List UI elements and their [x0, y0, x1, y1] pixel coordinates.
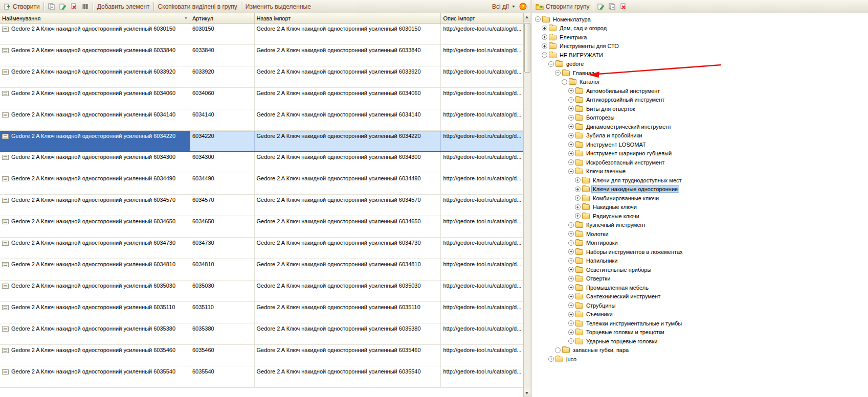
cell-name[interactable]: Gedore 2 A Ключ накидной односторонний у… — [0, 109, 190, 130]
cell-import-desc[interactable]: http://gedore-tool.ru/catalog/d... — [441, 173, 523, 194]
tree-item[interactable]: Отвертки — [532, 274, 868, 284]
tree-item[interactable]: Сантехнический инструмент — [532, 292, 868, 301]
table-row[interactable]: Gedore 2 A Ключ накидной односторонний у… — [0, 366, 523, 388]
cell-article[interactable]: 6034300 — [190, 152, 255, 173]
expand-icon[interactable] — [568, 88, 574, 94]
cell-article[interactable]: 6034220 — [190, 131, 255, 151]
table-row[interactable]: Gedore 2 A Ключ накидной односторонний у… — [0, 302, 523, 323]
cell-name[interactable]: Gedore 2 A Ключ накидной односторонний у… — [0, 281, 190, 301]
column-header[interactable]: Назва імпорт — [255, 13, 441, 23]
tree-item[interactable]: Ключи для труднодоступных мест — [532, 176, 868, 185]
cell-name[interactable]: Gedore 2 A Ключ накидной односторонний у… — [0, 216, 190, 237]
scroll-down-button[interactable] — [524, 389, 530, 397]
tree-item[interactable]: Напильники — [532, 256, 868, 266]
cell-import-name[interactable]: Gedore 2 A Ключ накидной односторонний у… — [255, 66, 441, 87]
collapse-icon[interactable] — [535, 16, 541, 22]
cell-import-name[interactable]: Gedore 2 A Ключ накидной односторонний у… — [255, 302, 441, 323]
cell-import-desc[interactable]: http://gedore-tool.ru/catalog/d... — [441, 195, 523, 216]
scrollbar-thumb[interactable] — [524, 23, 530, 73]
create-button[interactable]: Створити — [2, 2, 42, 11]
cell-import-desc[interactable]: http://gedore-tool.ru/catalog/d... — [441, 152, 523, 173]
set-interval-button[interactable] — [80, 2, 91, 11]
tree-item[interactable]: Наборы инструментов в ложементах — [532, 247, 868, 256]
cell-name[interactable]: Gedore 2 A Ключ накидной односторонний у… — [0, 24, 190, 44]
tree-item[interactable]: Молотки — [532, 229, 868, 239]
create-group-button[interactable]: Створити групу — [533, 2, 591, 11]
tree-item[interactable]: Болторезы — [532, 113, 868, 123]
collapse-icon[interactable] — [555, 70, 561, 76]
copy-group-button[interactable] — [607, 2, 618, 11]
cell-article[interactable]: 6034730 — [190, 238, 255, 259]
expand-icon[interactable] — [542, 26, 547, 31]
cell-import-desc[interactable]: http://gedore-tool.ru/catalog/d... — [441, 131, 523, 151]
cell-article[interactable]: 6033920 — [190, 66, 255, 87]
table-row[interactable]: Gedore 2 A Ключ накидной односторонний у… — [0, 323, 523, 345]
tree-item[interactable]: Инструмент шарнирно-губцевый — [532, 149, 868, 158]
cell-name[interactable]: Gedore 2 A Ключ накидной односторонний у… — [0, 259, 190, 280]
cell-import-name[interactable]: Gedore 2 A Ключ накидной односторонний у… — [255, 152, 441, 173]
table-row[interactable]: Gedore 2 A Ключ накидной односторонний у… — [0, 66, 523, 88]
tree-item[interactable]: Торцевые головки и трещотки — [532, 328, 868, 337]
cell-name[interactable]: Gedore 2 A Ключ накидной односторонний у… — [0, 302, 190, 323]
cell-article[interactable]: 6034490 — [190, 173, 255, 194]
cell-article[interactable]: 6034650 — [190, 216, 255, 237]
expand-icon[interactable] — [575, 186, 581, 192]
edit-group-button[interactable] — [595, 2, 607, 11]
cell-import-name[interactable]: Gedore 2 A Ключ накидной односторонний у… — [255, 259, 441, 280]
expand-icon[interactable] — [568, 115, 574, 121]
expand-icon[interactable] — [568, 97, 574, 103]
collapse-icon[interactable] — [562, 79, 567, 85]
cell-import-desc[interactable]: http://gedore-tool.ru/catalog/d... — [441, 238, 523, 259]
edit-selected-button[interactable]: Изменить выделенные — [243, 2, 313, 11]
expand-icon[interactable] — [568, 151, 574, 156]
expand-icon[interactable] — [568, 231, 574, 237]
all-actions-button[interactable]: Всі дії — [490, 2, 517, 11]
tree-item[interactable]: Осветительные приборы — [532, 265, 868, 274]
tree-item[interactable]: Радиусные ключи — [532, 212, 868, 221]
expand-icon[interactable] — [568, 294, 574, 299]
delete-button[interactable] — [69, 2, 80, 11]
cell-import-name[interactable]: Gedore 2 A Ключ накидной односторонний у… — [255, 88, 441, 109]
table-row[interactable]: Gedore 2 A Ключ накидной односторонний у… — [0, 24, 523, 45]
expand-icon[interactable] — [542, 34, 547, 40]
cell-import-name[interactable]: Gedore 2 A Ключ накидной односторонний у… — [255, 238, 441, 259]
table-row[interactable]: Gedore 2 A Ключ накидной односторонний у… — [0, 238, 523, 259]
cell-name[interactable]: Gedore 2 A Ключ накидной односторонний у… — [0, 323, 190, 344]
table-row[interactable]: Gedore 2 A Ключ накидной односторонний у… — [0, 109, 523, 131]
expand-icon[interactable] — [568, 222, 574, 228]
copy-selected-to-group-button[interactable]: Скопіювати виділені в групу — [156, 2, 239, 11]
table-row[interactable]: Gedore 2 A Ключ накидной односторонний у… — [0, 45, 523, 66]
cell-import-name[interactable]: Gedore 2 A Ключ накидной односторонний у… — [255, 281, 441, 301]
cell-name[interactable]: Gedore 2 A Ключ накидной односторонний у… — [0, 195, 190, 216]
tree-item[interactable]: Комбинированные ключи — [532, 194, 868, 203]
table-row[interactable]: Gedore 2 A Ключ накидной односторонний у… — [0, 345, 523, 366]
cell-import-desc[interactable]: http://gedore-tool.ru/catalog/d... — [441, 259, 523, 280]
cell-article[interactable]: 6035380 — [190, 323, 255, 344]
column-header[interactable]: Артикул — [190, 13, 255, 23]
expand-icon[interactable] — [568, 249, 574, 254]
cell-article[interactable]: 6035030 — [190, 281, 255, 301]
cell-import-name[interactable]: Gedore 2 A Ключ накидной односторонний у… — [255, 24, 441, 44]
table-row[interactable]: Gedore 2 A Ключ накидной односторонний у… — [0, 88, 523, 109]
table-row[interactable]: Gedore 2 A Ключ накидной односторонний у… — [0, 216, 523, 238]
expand-icon[interactable] — [542, 43, 547, 49]
cell-import-name[interactable]: Gedore 2 A Ключ накидной односторонний у… — [255, 131, 441, 151]
cell-import-name[interactable]: Gedore 2 A Ключ накидной односторонний у… — [255, 195, 441, 216]
cell-import-desc[interactable]: http://gedore-tool.ru/catalog/d... — [441, 88, 523, 109]
expand-icon[interactable] — [575, 195, 581, 201]
cell-import-desc[interactable]: http://gedore-tool.ru/catalog/d... — [441, 281, 523, 301]
cell-name[interactable]: Gedore 2 A Ключ накидной односторонний у… — [0, 173, 190, 194]
column-header[interactable]: Найменування▼ — [0, 13, 190, 23]
table-row[interactable]: Gedore 2 A Ключ накидной односторонний у… — [0, 195, 523, 216]
cell-import-name[interactable]: Gedore 2 A Ключ накидной односторонний у… — [255, 366, 441, 387]
tree-item[interactable]: Монтировки — [532, 239, 868, 248]
tree-item[interactable]: Електрика — [532, 33, 868, 42]
tree-item[interactable]: gedore — [532, 60, 868, 69]
cell-import-desc[interactable]: http://gedore-tool.ru/catalog/d... — [441, 109, 523, 130]
cell-name[interactable]: Gedore 2 A Ключ накидной односторонний у… — [0, 88, 190, 109]
tree-item[interactable]: Зубила и пробойники — [532, 131, 868, 141]
tree-item[interactable]: Инструменты для СТО — [532, 42, 868, 51]
table-row[interactable]: Gedore 2 A Ключ накидной односторонний у… — [0, 152, 523, 173]
tree-item[interactable]: Тележки инструментальные и тумбы — [532, 319, 868, 328]
tree-item[interactable]: Динамометрический инструмент — [532, 122, 868, 131]
